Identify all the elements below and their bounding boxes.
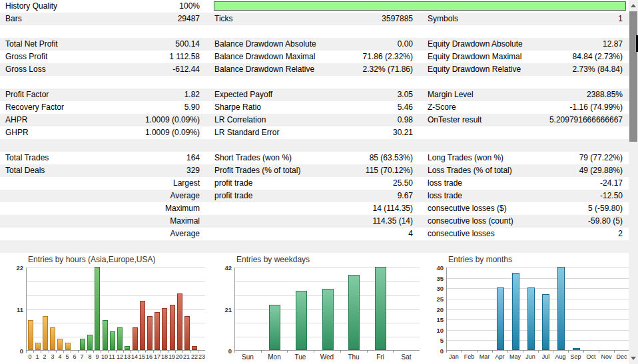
gridline: [447, 299, 629, 299]
stat-label: Bars: [5, 13, 22, 25]
stat-label: Profit Trades (% of total): [214, 164, 300, 177]
x-axis-label: Apr: [492, 353, 507, 360]
strategy-tester-report: History Quality100%Bars29487Ticks3597885…: [0, 0, 638, 364]
stat-value: 14 (114.35): [214, 202, 413, 215]
x-axis-label: 11: [108, 353, 116, 360]
stat-cell: Equity Drawdown Relative2.73% (84.84): [426, 63, 629, 76]
stat-cell: Total Trades164: [0, 152, 213, 164]
stat-value: 1: [458, 13, 623, 25]
chart-bar: [296, 291, 307, 350]
gridline: [447, 309, 629, 310]
stat-value: 9.67: [252, 190, 413, 202]
x-axis-label: Mon: [261, 353, 288, 361]
stat-value: [428, 76, 623, 89]
chart-bar: [192, 346, 197, 350]
stat-row: Maximal114.35 (14)consecutive loss (coun…: [0, 215, 629, 228]
stat-value: 500.14: [58, 38, 200, 51]
stat-cell: [0, 139, 213, 152]
window-edge-artifact: [635, 35, 638, 52]
scrollbar-thumb[interactable]: [629, 11, 637, 142]
stat-value: [214, 76, 413, 89]
stat-value: [428, 126, 623, 139]
x-axis-tick: [168, 351, 168, 353]
x-axis-tick: [340, 351, 341, 353]
chart-plot-area: [26, 268, 205, 351]
stat-cell: Recovery Factor5.90: [0, 101, 213, 114]
x-axis-tick: [131, 351, 131, 353]
chart-bar: [322, 289, 334, 350]
vertical-scrollbar[interactable]: [629, 0, 638, 364]
y-axis-label: 11: [3, 306, 23, 313]
stat-label: Sharpe Ratio: [214, 101, 261, 114]
x-axis-label: 23: [198, 353, 206, 360]
y-axis-label: 5: [424, 337, 444, 344]
chart-bar: [140, 301, 145, 350]
stat-label: AHPR: [5, 114, 27, 126]
stat-row: Average4consecutive losses2: [0, 228, 629, 240]
y-axis-label: 0: [3, 347, 23, 355]
scroll-down-button[interactable]: [629, 353, 638, 364]
stat-cell: Gross Profit1 112.58: [0, 51, 213, 63]
stat-value: 114.35 (14): [214, 215, 413, 228]
x-axis-label: 16: [145, 353, 153, 360]
stat-cell: [426, 139, 629, 152]
stat-value: 3.05: [272, 89, 413, 101]
chart-bar: [117, 327, 123, 350]
gridline: [447, 319, 629, 320]
x-axis-tick: [41, 351, 41, 353]
arrow-down-icon: [631, 357, 636, 360]
stat-label: consecutive losses ($): [428, 202, 507, 215]
stat-cell: LR Correlation0.98: [213, 114, 426, 126]
stat-row: Total Trades164Short Trades (won %)85 (6…: [0, 152, 629, 164]
x-axis-tick: [538, 351, 539, 353]
x-axis-tick: [116, 351, 117, 353]
stat-row: History Quality100%: [0, 0, 629, 13]
y-axis-label: 0: [212, 347, 232, 355]
x-axis-tick: [153, 351, 154, 353]
charts-area: Entries by hours (Asia,Europe,USA)011220…: [0, 253, 629, 364]
stat-cell: Short Trades (won %)85 (63.53%): [213, 152, 426, 164]
x-axis-label: 7: [78, 353, 86, 360]
stat-value: -12.50: [462, 190, 623, 202]
x-axis-label: Jul: [538, 353, 553, 360]
gridline: [27, 268, 205, 268]
stat-cell: Expected Payoff3.05: [213, 89, 426, 101]
stat-cell: Balance Drawdown Maximal71.86 (2.32%): [213, 51, 426, 63]
arrow-up-icon: [631, 4, 636, 7]
gridline: [27, 281, 205, 282]
stat-cell: Long Trades (won %)79 (77.22%): [426, 152, 629, 164]
stat-value: Largest: [5, 177, 200, 190]
stat-value: -612.44: [46, 63, 200, 76]
x-axis-tick: [568, 351, 569, 353]
x-axis-label: May: [507, 353, 523, 360]
stat-label: consecutive loss (count): [428, 215, 513, 228]
chart-bar: [162, 308, 167, 350]
y-axis-label: 42: [212, 264, 232, 272]
stat-value: 1.0009 (0.09%): [27, 114, 200, 126]
stat-cell: 114.35 (14): [213, 215, 426, 228]
chart-bar: [50, 327, 55, 350]
stat-label: OnTester result: [428, 114, 481, 126]
stat-value: [214, 25, 413, 38]
chart-plot-area: [446, 268, 629, 351]
x-axis-tick: [367, 351, 368, 353]
stat-value: 85 (63.53%): [292, 152, 413, 164]
x-axis-tick: [123, 351, 124, 353]
chart-bar: [177, 293, 182, 350]
chart-bar: [110, 331, 115, 350]
x-axis-tick: [138, 351, 139, 353]
stat-cell: Equity Drawdown Absolute12.87: [426, 38, 629, 51]
stat-cell: [0, 240, 213, 253]
stat-cell: Bars29487: [0, 13, 213, 25]
scroll-up-button[interactable]: [629, 0, 638, 11]
stat-label: History Quality: [5, 0, 57, 13]
stat-label: Loss Trades (% of total): [428, 164, 512, 177]
chart-bar: [512, 273, 519, 350]
stat-cell: profit trade25.50: [213, 177, 426, 190]
stat-value: [5, 25, 200, 38]
x-axis-tick: [33, 351, 34, 353]
stat-label: Recovery Factor: [5, 101, 64, 114]
x-axis-label: Sep: [568, 353, 583, 360]
gridline: [447, 268, 629, 268]
stat-value: Average: [5, 190, 200, 202]
